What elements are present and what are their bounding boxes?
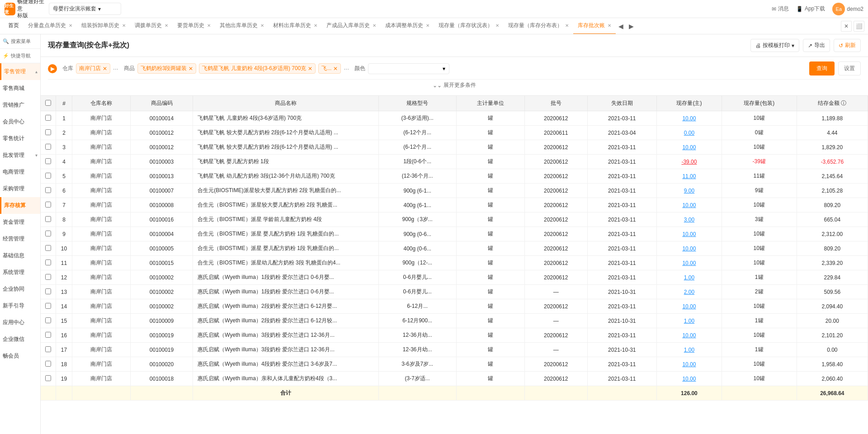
remove-product-tag-2[interactable]: ✕ [308, 66, 312, 72]
close-icon[interactable]: ✕ [122, 23, 126, 28]
close-icon[interactable]: ✕ [207, 23, 211, 28]
row-qty-main[interactable]: 1.00 [657, 343, 722, 357]
close-icon[interactable]: ✕ [426, 23, 429, 28]
remove-product-tag-3[interactable]: ✕ [333, 66, 338, 72]
close-icon[interactable]: ✕ [373, 23, 376, 28]
sidebar-item-finance[interactable]: 资金管理 [0, 214, 40, 231]
col-checkbox[interactable] [41, 96, 56, 111]
row-qty-main[interactable]: 10.00 [657, 140, 722, 155]
row-qty-main[interactable]: 11.00 [657, 169, 722, 184]
nav-prev-arrow[interactable]: ◀ [616, 23, 626, 30]
sidebar-item-operations[interactable]: 经营管理 [0, 231, 40, 247]
sidebar-item-vip[interactable]: 畅会员 [0, 348, 40, 364]
row-checkbox[interactable] [45, 187, 51, 193]
row-checkbox-cell[interactable] [41, 111, 56, 126]
row-qty-main[interactable]: 10.00 [657, 357, 722, 372]
row-checkbox[interactable] [45, 158, 51, 164]
user-info[interactable]: Ea demo2 [832, 3, 863, 15]
row-qty-main[interactable]: 1.00 [657, 314, 722, 328]
row-checkbox[interactable] [45, 129, 51, 135]
settings-btn[interactable]: 设置 [838, 61, 861, 75]
row-checkbox-cell[interactable] [41, 314, 56, 328]
tab-diaobodanjishi[interactable]: 调拨单历史 ✕ [130, 18, 173, 34]
close-icon[interactable]: ✕ [165, 23, 168, 28]
row-qty-main[interactable]: 3.00 [657, 212, 722, 227]
product-filter-tag-3[interactable]: 飞... ✕ [318, 63, 341, 74]
tab-cailiao-chuku[interactable]: 材料出库单历史 ✕ [269, 18, 322, 34]
row-checkbox-cell[interactable] [41, 270, 56, 285]
sidebar-search[interactable]: 🔍 搜索菜单 [0, 34, 40, 49]
tab-yaohuo[interactable]: 要货单历史 ✕ [173, 18, 215, 34]
row-checkbox[interactable] [45, 231, 51, 236]
tab-zuzhuangchaijie[interactable]: 组装拆卸单历史 ✕ [77, 18, 130, 34]
row-checkbox[interactable] [45, 202, 51, 208]
remove-warehouse-tag[interactable]: ✕ [103, 66, 107, 72]
close-icon[interactable]: ✕ [69, 23, 72, 28]
sidebar-item-appcenter[interactable]: 应用中心 [0, 314, 40, 331]
row-qty-main[interactable]: 10.00 [657, 227, 722, 241]
org-selector[interactable]: 母婴行业演示账套 ▾ [49, 3, 121, 15]
sidebar-item-inventory[interactable]: 库存核算 [0, 197, 40, 214]
remove-product-tag-1[interactable]: ✕ [189, 66, 193, 72]
row-qty-main[interactable]: 10.00 [657, 256, 722, 270]
more-warehouse-btn[interactable]: ··· [113, 65, 118, 72]
row-qty-main[interactable]: 1.00 [657, 270, 722, 285]
row-checkbox[interactable] [45, 274, 51, 280]
select-all-checkbox[interactable] [45, 100, 51, 106]
app-download-btn[interactable]: 📱 App下载 [796, 5, 825, 13]
sidebar-item-retail-stats[interactable]: 零售统计 [0, 130, 40, 147]
tab-qita-chuku[interactable]: 其他出库单历史 ✕ [215, 18, 269, 34]
row-checkbox-cell[interactable] [41, 198, 56, 212]
row-checkbox[interactable] [45, 115, 51, 121]
tab-fenliangpandian[interactable]: 分量盘点单历史 ✕ [24, 18, 77, 34]
row-qty-main[interactable]: 10.00 [657, 198, 722, 212]
query-btn[interactable]: 查询 [809, 61, 835, 75]
row-checkbox[interactable] [45, 245, 51, 251]
row-checkbox-cell[interactable] [41, 212, 56, 227]
row-checkbox-cell[interactable] [41, 184, 56, 198]
row-qty-main[interactable]: 10.00 [657, 241, 722, 256]
sidebar-item-enterprise[interactable]: 企业协同 [0, 281, 40, 297]
row-checkbox[interactable] [45, 361, 51, 367]
row-checkbox[interactable] [45, 332, 51, 338]
row-qty-main[interactable]: -39.00 [657, 155, 722, 169]
close-all-btn[interactable]: ✕ [841, 21, 852, 32]
sidebar-item-newguide[interactable]: 新手引导 [0, 297, 40, 314]
export-btn[interactable]: ↗ 导出 [803, 39, 830, 52]
refresh-btn[interactable]: ↺ 刷新 [834, 39, 861, 52]
row-checkbox[interactable] [45, 375, 51, 381]
row-checkbox-cell[interactable] [41, 140, 56, 155]
row-checkbox-cell[interactable] [41, 299, 56, 314]
row-checkbox[interactable] [45, 144, 51, 150]
warehouse-filter-tag[interactable]: 南岸门店 ✕ [76, 63, 110, 74]
row-checkbox-cell[interactable] [41, 169, 56, 184]
row-qty-main[interactable]: 10.00 [657, 372, 722, 386]
row-checkbox-cell[interactable] [41, 343, 56, 357]
sidebar-item-retail-shop[interactable]: 零售商城 [0, 80, 40, 97]
sidebar-item-retail[interactable]: 零售管理 ▴ [0, 63, 40, 80]
tab-xiancunliang-zhuangkuang[interactable]: 现存量（库存状况表）✕ [434, 18, 504, 34]
expand-more-conditions-btn[interactable]: ⌄⌄ 展开更多条件 [48, 79, 861, 91]
row-checkbox[interactable] [45, 173, 51, 179]
row-checkbox[interactable] [45, 346, 51, 352]
row-qty-main[interactable]: 0.00 [657, 126, 722, 140]
row-checkbox-cell[interactable] [41, 328, 56, 343]
sidebar-item-purchase[interactable]: 采购管理 [0, 180, 40, 197]
row-qty-main[interactable]: 2.00 [657, 285, 722, 299]
sidebar-item-wechat[interactable]: 企业微信 [0, 331, 40, 348]
filter-expand-toggle[interactable]: ▶ [48, 64, 57, 73]
maximize-btn[interactable]: ⬜ [854, 21, 864, 32]
close-icon[interactable]: ✕ [608, 23, 611, 28]
message-btn[interactable]: ✉ 消息 [772, 5, 789, 13]
row-checkbox-cell[interactable] [41, 241, 56, 256]
more-product-btn[interactable]: ··· [344, 65, 349, 72]
row-checkbox-cell[interactable] [41, 256, 56, 270]
close-icon[interactable]: ✕ [314, 23, 317, 28]
sidebar-item-basic-info[interactable]: 基础信息 [0, 247, 40, 264]
template-print-btn[interactable]: 🖨 按模板打印 ▾ [750, 39, 799, 52]
row-qty-main[interactable]: 10.00 [657, 111, 722, 126]
row-checkbox[interactable] [45, 303, 51, 309]
row-checkbox-cell[interactable] [41, 357, 56, 372]
sidebar-quick[interactable]: ⚡ 快捷导航 [0, 49, 40, 63]
sidebar-item-ecommerce[interactable]: 电商管理 [0, 164, 40, 180]
